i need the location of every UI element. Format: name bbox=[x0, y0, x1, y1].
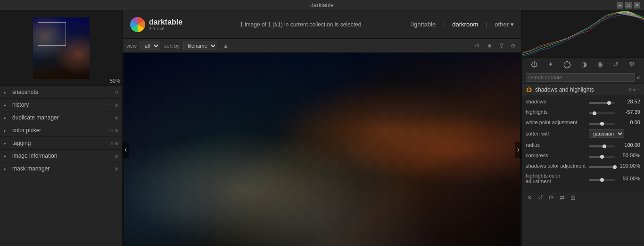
shadows-slider[interactable] bbox=[589, 102, 615, 104]
sort-select[interactable]: filename bbox=[183, 42, 217, 50]
module-redo-btn[interactable]: ⟳ bbox=[547, 193, 555, 202]
minimize-button[interactable]: ─ bbox=[617, 2, 623, 8]
white-point-value: 0.00 bbox=[617, 119, 640, 125]
power-icon-btn[interactable]: ⏻ bbox=[529, 59, 539, 69]
module-compare-btn[interactable]: ⇄ bbox=[558, 193, 566, 202]
module-presets-button[interactable]: ▾ bbox=[633, 87, 636, 93]
settings-btn[interactable]: ⚙ bbox=[509, 42, 518, 50]
image-area: ‹ › bbox=[123, 53, 521, 246]
duplicate-manager-arrow bbox=[4, 115, 9, 120]
image-information-label: image information bbox=[12, 153, 112, 159]
presets-icon-btn[interactable]: ✦ bbox=[546, 59, 555, 69]
module-grid-btn[interactable]: ⊞ bbox=[569, 193, 577, 202]
shadows-color-slider[interactable] bbox=[589, 166, 615, 168]
panel-image-information: image information ⊕ bbox=[0, 150, 122, 162]
shadows-row: shadows 28.52 bbox=[526, 98, 640, 105]
refresh-icon-btn[interactable]: ↺ bbox=[611, 59, 620, 69]
window-title: darktable bbox=[310, 2, 333, 8]
highlights-color-slider[interactable] bbox=[589, 179, 615, 181]
shadows-value: 28.52 bbox=[617, 99, 640, 104]
left-sidebar: 50% snapshots ↺ history ≡ ⊕ bbox=[0, 10, 123, 246]
status-text: 1 image of 1 (#1) in current collection … bbox=[240, 21, 361, 28]
help-btn[interactable]: ? bbox=[498, 42, 505, 50]
thumbnail-overlay bbox=[38, 22, 66, 46]
highlights-slider[interactable] bbox=[589, 112, 615, 114]
search-collapse-button[interactable]: « bbox=[636, 74, 640, 81]
white-point-slider[interactable] bbox=[589, 123, 615, 125]
module-icons-row: ⏻ ✦ ◯ ◑ ◉ ↺ ⚙ bbox=[522, 58, 644, 71]
module-undo-btn[interactable]: ↺ bbox=[537, 193, 545, 202]
right-panel: ⏻ ✦ ◯ ◑ ◉ ↺ ⚙ « ⏻ shadows and highlights… bbox=[521, 10, 644, 246]
module-close-btn[interactable]: ✕ bbox=[526, 193, 534, 202]
shadows-color-label: shadows color adjustment bbox=[526, 163, 587, 169]
white-point-slider-container bbox=[589, 119, 615, 126]
thumbnail-image[interactable] bbox=[33, 17, 90, 79]
radius-slider[interactable] bbox=[589, 145, 615, 147]
highlights-slider-container bbox=[589, 109, 615, 115]
radius-label: radius bbox=[526, 142, 587, 148]
compress-value: 50.00% bbox=[617, 153, 640, 158]
module-search-box: « bbox=[522, 71, 644, 84]
compress-row: compress 50.00% bbox=[526, 152, 640, 159]
image-toolbar: view all sort by filename ▲ ↺ ★ ? ⚙ bbox=[123, 39, 521, 53]
panel-header-history[interactable]: history ≡ ⊕ bbox=[0, 99, 122, 111]
shadows-slider-container bbox=[589, 98, 615, 105]
circle-icon-btn[interactable]: ◯ bbox=[561, 59, 573, 69]
sort-label: sort by bbox=[164, 43, 180, 49]
snapshots-arrow bbox=[4, 90, 9, 95]
color-icon-btn[interactable]: ◉ bbox=[595, 59, 605, 69]
soften-with-select[interactable]: gaussian bbox=[589, 129, 624, 138]
color-picker-arrow bbox=[4, 128, 9, 133]
module-name-label: shadows and highlights bbox=[535, 86, 625, 93]
star-btn[interactable]: ★ bbox=[485, 42, 494, 50]
panel-history: history ≡ ⊕ bbox=[0, 99, 122, 111]
panel-snapshots: snapshots ↺ bbox=[0, 86, 122, 99]
close-button[interactable]: ✕ bbox=[634, 2, 640, 8]
compress-slider[interactable] bbox=[589, 156, 615, 158]
left-panels: snapshots ↺ history ≡ ⊕ duplicate manage… bbox=[0, 86, 122, 246]
mask-manager-arrow bbox=[4, 166, 9, 171]
app-version: 3.0.1rc0 bbox=[149, 26, 182, 31]
shadows-highlights-header[interactable]: ⏻ shadows and highlights ↺ ▾ ≡ bbox=[522, 84, 644, 95]
top-header: darktable 3.0.1rc0 1 image of 1 (#1) in … bbox=[123, 10, 521, 39]
module-panels: ⏻ shadows and highlights ↺ ▾ ≡ shadows bbox=[522, 84, 644, 246]
nav-darkroom[interactable]: darkroom bbox=[452, 21, 478, 28]
highlights-color-label: highlights color adjustment bbox=[526, 173, 587, 184]
titlebar: darktable ─ □ ✕ bbox=[0, 0, 644, 10]
highlights-color-value: 50.00% bbox=[617, 176, 640, 181]
search-input[interactable] bbox=[526, 73, 635, 82]
main-image-display[interactable] bbox=[124, 53, 520, 246]
nav-other-dropdown[interactable]: other ▾ bbox=[495, 21, 514, 28]
histogram bbox=[522, 10, 644, 58]
panel-mask-manager: mask manager ⊕ bbox=[0, 162, 122, 175]
sort-order-btn[interactable]: ▲ bbox=[221, 42, 231, 50]
panel-header-color-picker[interactable]: color picker ☉ ⊕ bbox=[0, 124, 122, 136]
chevron-down-icon: ▾ bbox=[511, 21, 514, 28]
soften-with-row: soften with gaussian bbox=[526, 129, 640, 138]
radius-value: 100.00 bbox=[617, 142, 640, 148]
shadows-color-slider-container bbox=[589, 162, 615, 169]
app-logo: darktable 3.0.1rc0 bbox=[123, 17, 190, 32]
panel-header-image-information[interactable]: image information ⊕ bbox=[0, 150, 122, 162]
refresh-btn[interactable]: ↺ bbox=[473, 42, 481, 50]
settings-icon-btn[interactable]: ⚙ bbox=[627, 59, 637, 69]
shadows-highlights-panel: ⏻ shadows and highlights ↺ ▾ ≡ shadows bbox=[522, 84, 644, 204]
panel-header-snapshots[interactable]: snapshots ↺ bbox=[0, 86, 122, 98]
prev-image-button[interactable]: ‹ bbox=[123, 142, 129, 158]
half-circle-icon-btn[interactable]: ◑ bbox=[579, 59, 589, 69]
nav-lighttable[interactable]: lighttable bbox=[411, 21, 436, 28]
panel-header-tagging[interactable]: tagging ≡ ⊕ bbox=[0, 137, 122, 149]
module-reset-button[interactable]: ↺ bbox=[627, 87, 631, 93]
module-content: shadows 28.52 highlights bbox=[522, 95, 644, 191]
panel-header-duplicate-manager[interactable]: duplicate manager ⊕ bbox=[0, 111, 122, 124]
view-select[interactable]: all bbox=[140, 42, 160, 50]
maximize-button[interactable]: □ bbox=[625, 2, 632, 8]
module-menu-button[interactable]: ≡ bbox=[637, 87, 640, 93]
app-body: 50% snapshots ↺ history ≡ ⊕ bbox=[0, 10, 644, 246]
highlights-row: highlights -57.39 bbox=[526, 109, 640, 115]
panel-header-mask-manager[interactable]: mask manager ⊕ bbox=[0, 162, 122, 175]
next-image-button[interactable]: › bbox=[515, 142, 521, 158]
compress-slider-container bbox=[589, 152, 615, 159]
module-enable-button[interactable]: ⏻ bbox=[526, 86, 532, 93]
header-status: 1 image of 1 (#1) in current collection … bbox=[190, 21, 411, 28]
